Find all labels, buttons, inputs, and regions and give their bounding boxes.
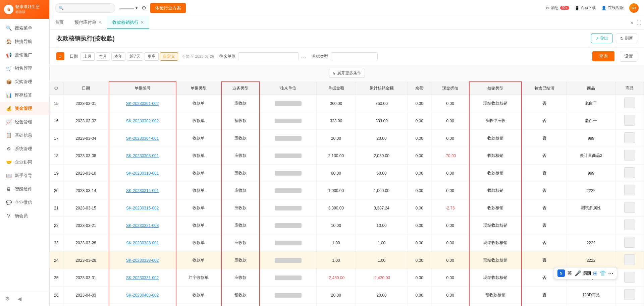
cell-voucher-no[interactable]: SK-20230408-001 xyxy=(109,304,176,306)
gear-icon[interactable]: ⚙ xyxy=(142,5,146,11)
sidebar-item-purchase[interactable]: 📦 采购管理 xyxy=(0,75,49,88)
sidebar-item-search[interactable]: 🔍 搜索菜单 xyxy=(0,21,49,35)
table-row: 20 2023-03-14 SK-20230314-001 收款单 应收款 1,… xyxy=(50,182,644,199)
table-header-row: ⚙ 日期 单据编号 单据类型 业务类型 往来单位 单据金额 累计核销金额 余额 … xyxy=(50,82,644,95)
cell-voucher-no[interactable]: SK-20230308-001 xyxy=(109,147,176,165)
cell-goods2 xyxy=(615,165,644,182)
cell-voucher-no[interactable]: SK-20230331-002 xyxy=(109,269,176,287)
user-avatar[interactable]: Rit xyxy=(629,3,639,13)
ime-keyboard-icon[interactable]: ⌨ xyxy=(583,270,591,277)
ime-mic-icon[interactable]: 🎤 xyxy=(575,270,581,277)
sidebar-icon-member: V xyxy=(5,212,12,219)
sidebar-icon-finance: 💰 xyxy=(5,105,12,112)
cell-voucher-no[interactable]: SK-20230321-003 xyxy=(109,217,176,234)
cell-amount: 20.00 xyxy=(316,287,356,304)
message-btn[interactable]: ✉ 消息 99+ xyxy=(546,5,569,11)
message-badge: 99+ xyxy=(560,6,569,10)
topbar-dropdown[interactable]: ▬▬▬▬ ▾ xyxy=(119,6,138,10)
sidebar-item-sales[interactable]: 🛒 销售管理 xyxy=(0,62,49,75)
filter-toggle-btn[interactable]: » xyxy=(56,52,64,60)
ime-text: 英 xyxy=(568,270,572,276)
sidebar-item-hardware[interactable]: 🖥 智能硬件 xyxy=(0,182,49,196)
cell-cash-discount: 0.00 xyxy=(431,182,470,199)
sidebar-item-nav[interactable]: 🏠 快捷导航 xyxy=(0,35,49,48)
cell-include-settled: 否 xyxy=(522,182,567,199)
cell-voucher-no[interactable]: SK-20230310-001 xyxy=(109,165,176,182)
industry-solution-btn[interactable]: 体验行业方案 xyxy=(150,3,186,13)
cell-cumulative: 333.00 xyxy=(356,112,408,130)
date-btn-custom[interactable]: 自定义 xyxy=(160,52,178,61)
date-btn-this-month[interactable]: 本月 xyxy=(96,52,110,61)
tab-home[interactable]: 首页 xyxy=(50,16,69,29)
cell-cash-discount: 0.00 xyxy=(431,217,470,234)
cell-balance: 0.00 xyxy=(408,234,431,252)
cell-voucher-no[interactable]: SK-20230304-001 xyxy=(109,130,176,147)
service-btn[interactable]: 👤 在线客服 xyxy=(601,5,624,11)
voucher-type-select[interactable] xyxy=(331,52,378,60)
ime-shirt-icon[interactable]: 👕 xyxy=(599,270,606,277)
cell-voucher-no[interactable]: SK-20230328-002 xyxy=(109,252,176,269)
query-btn[interactable]: 查询 xyxy=(592,51,614,61)
table-row: 17 2023-03-04 SK-20230304-001 收款单 应收款 20… xyxy=(50,130,644,147)
partner-input[interactable] xyxy=(238,52,299,60)
col-voucher-no: 单据编号 xyxy=(109,82,176,95)
tab-prepay[interactable]: 预付应付单 ✕ xyxy=(69,16,107,29)
date-btn-more[interactable]: 更多 xyxy=(145,52,159,61)
sidebar-item-wechat[interactable]: 💬 企业微信 xyxy=(0,196,49,209)
cell-cumulative: 20.00 xyxy=(356,287,408,304)
sidebar-item-marketing[interactable]: 📢 营销推广 xyxy=(0,48,49,62)
cell-voucher-no[interactable]: SK-20230328-001 xyxy=(109,234,176,252)
ime-grid-icon[interactable]: ⊞ xyxy=(593,270,597,277)
tab-collection-close[interactable]: ✕ xyxy=(141,20,144,25)
settings-bottom-btn[interactable]: ⚙ xyxy=(3,294,12,303)
sidebar-item-guide[interactable]: 📖 新手引导 xyxy=(0,169,49,182)
tab-expand-icon[interactable]: ⛶ xyxy=(637,20,641,25)
expand-more-btn[interactable]: ∨ 展开更多条件 xyxy=(329,69,365,78)
cell-voucher-type: 收款单 xyxy=(176,147,221,165)
ime-more-icon[interactable]: ⋯ xyxy=(608,270,613,277)
filter-settings-btn[interactable]: 设置 xyxy=(620,51,637,62)
cell-partner xyxy=(260,165,316,182)
sidebar-item-member[interactable]: V 畅会员 xyxy=(0,209,49,223)
cell-cumulative: 360.00 xyxy=(356,95,408,112)
col-amount: 单据金额 xyxy=(316,82,356,95)
table-row: 16 2023-03-02 SK-20230302-002 收款单 预收款 33… xyxy=(50,112,644,130)
date-btn-this-year[interactable]: 本年 xyxy=(111,52,125,61)
sidebar-item-operations[interactable]: 📈 经营管理 xyxy=(0,115,49,129)
cell-goods: 2222 xyxy=(567,234,615,252)
cell-date: 2023-03-28 xyxy=(63,234,109,252)
cell-voucher-no[interactable]: SK-20230314-001 xyxy=(109,182,176,199)
tab-prepay-close[interactable]: ✕ xyxy=(98,20,102,25)
sidebar-item-finance[interactable]: 💰 资金管理 xyxy=(0,102,49,115)
cell-voucher-no[interactable]: SK-20230403-002 xyxy=(109,287,176,304)
cell-write-off-type: 收款核销 xyxy=(469,199,522,217)
refresh-btn[interactable]: ↻ 刷新 xyxy=(616,34,637,43)
app-download-btn[interactable]: 📱 App下载 xyxy=(575,5,596,11)
logo-icon: 6 xyxy=(4,5,13,14)
topbar-search[interactable]: 🔍 xyxy=(55,3,115,13)
topbar: 🔍 ▬▬▬▬ ▾ ⚙ 体验行业方案 ✉ 消息 99+ 📱 App下载 👤 在线客… xyxy=(50,0,644,16)
cell-goods2 xyxy=(615,234,644,252)
cell-write-off-type: 预收款核销 xyxy=(469,287,522,304)
collapse-btn[interactable]: ◀ xyxy=(15,294,24,303)
column-settings-icon[interactable]: ⚙ xyxy=(54,85,58,91)
date-btn-7days[interactable]: 近7天 xyxy=(127,52,143,61)
cell-voucher-no[interactable]: SK-20230315-002 xyxy=(109,199,176,217)
sidebar-item-system[interactable]: ⚙ 系统管理 xyxy=(0,142,49,156)
cell-include-settled: 否 xyxy=(522,234,567,252)
date-btn-last-month[interactable]: 上月 xyxy=(80,52,95,61)
cell-partner xyxy=(260,130,316,147)
cell-voucher-no[interactable]: SK-20230302-002 xyxy=(109,112,176,130)
export-btn[interactable]: ↗ 导出 xyxy=(591,34,612,43)
cell-no: 25 xyxy=(50,269,63,287)
sidebar-label-hardware: 智能硬件 xyxy=(15,186,32,192)
cell-date: 2023-03-21 xyxy=(63,217,109,234)
col-partner: 往来单位 xyxy=(260,82,316,95)
tabbar: 首页 预付应付单 ✕ 收款核销执行 ✕ ✕ ⛶ xyxy=(50,16,644,29)
cell-voucher-no[interactable]: SK-20230301-002 xyxy=(109,95,176,112)
sidebar-item-inventory[interactable]: 📊 库存核算 xyxy=(0,88,49,102)
sidebar-item-corp[interactable]: 🤝 企业协同 xyxy=(0,156,49,169)
tab-close-all-icon[interactable]: ✕ xyxy=(630,20,634,25)
tab-collection[interactable]: 收款核销执行 ✕ xyxy=(107,16,149,29)
sidebar-item-basic[interactable]: 📋 基础信息 xyxy=(0,129,49,142)
